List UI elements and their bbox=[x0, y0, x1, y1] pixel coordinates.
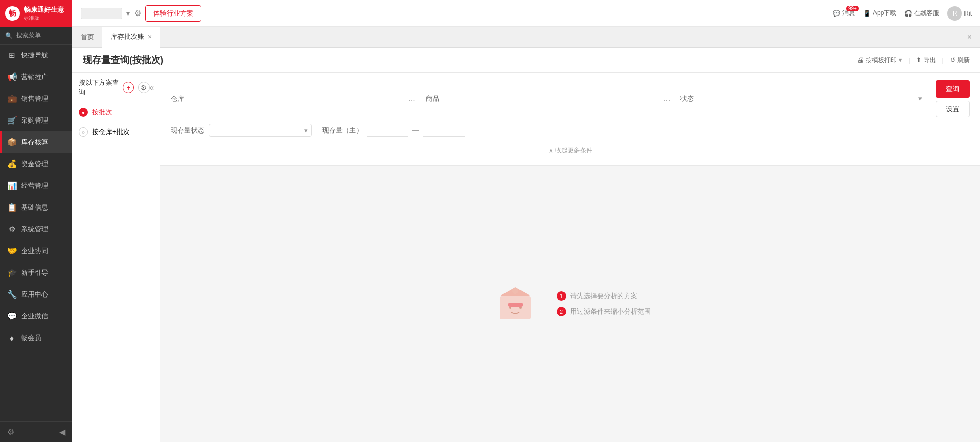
export-icon: ⬆ bbox=[916, 56, 922, 64]
user-name: Rit bbox=[964, 10, 972, 17]
sidebar-item-系统管理[interactable]: ⚙系统管理 bbox=[0, 218, 72, 240]
warehouse-field: 仓库 ... bbox=[171, 93, 415, 105]
nav-item-label: 新手引导 bbox=[21, 268, 48, 277]
sidebar-item-畅会员[interactable]: ♦畅会员 bbox=[0, 327, 72, 349]
hint-text-1: 请先选择要分析的方案 bbox=[570, 291, 637, 301]
settings-icon[interactable]: ⚙ bbox=[7, 427, 14, 437]
nav-item-label: 应用中心 bbox=[21, 290, 48, 299]
nav-icon: 📋 bbox=[7, 203, 17, 212]
status-label: 状态 bbox=[680, 94, 694, 104]
inventory-status-select[interactable] bbox=[209, 124, 312, 137]
sidebar-item-快捷导航[interactable]: ⊞快捷导航 bbox=[0, 45, 72, 66]
tab-home[interactable]: 首页 bbox=[72, 27, 102, 47]
nav-item-label: 采购管理 bbox=[21, 116, 48, 125]
settings-btn[interactable]: 设置 bbox=[936, 101, 970, 117]
nav-icon: 📦 bbox=[7, 138, 17, 147]
headset-icon: 🎧 bbox=[904, 10, 912, 17]
topbar-settings-icon[interactable]: ⚙ bbox=[134, 8, 141, 18]
filter-item-dot-red: ● bbox=[79, 108, 88, 117]
tab-close-icon[interactable]: × bbox=[147, 33, 152, 41]
sidebar-item-库存核算[interactable]: 📦库存核算 bbox=[0, 131, 72, 153]
inventory-qty-to[interactable] bbox=[423, 124, 465, 137]
export-label: 导出 bbox=[924, 56, 936, 65]
message-btn[interactable]: 💬 消息 99+ bbox=[833, 9, 855, 18]
tab-inventory[interactable]: 库存批次账 × bbox=[102, 27, 160, 48]
inventory-status-label: 现存量状态 bbox=[171, 126, 204, 135]
search-filters: 仓库 ... 商品 ... 状态 ▾ bbox=[160, 73, 980, 166]
sidebar: 畅 畅康通好生意 标准版 🔍 搜索菜单 ⊞快捷导航📢营销推广💼销售管理🛒采购管理… bbox=[0, 0, 72, 442]
collapse-sidebar-icon[interactable]: ◀ bbox=[59, 427, 65, 437]
sidebar-search[interactable]: 🔍 搜索菜单 bbox=[0, 27, 72, 45]
nav-icon: ⊞ bbox=[7, 51, 17, 60]
svg-rect-0 bbox=[500, 296, 531, 319]
sidebar-item-采购管理[interactable]: 🛒采购管理 bbox=[0, 110, 72, 131]
inventory-status-select-wrapper bbox=[209, 124, 312, 137]
sidebar-item-企业微信[interactable]: 💬企业微信 bbox=[0, 305, 72, 327]
sidebar-item-资金管理[interactable]: 💰资金管理 bbox=[0, 153, 72, 175]
tab-home-label: 首页 bbox=[81, 33, 94, 42]
dropdown-icon[interactable]: ▾ bbox=[126, 9, 130, 18]
export-btn[interactable]: ⬆ 导出 bbox=[916, 56, 936, 65]
sidebar-item-经营管理[interactable]: 📊经营管理 bbox=[0, 175, 72, 197]
page-title: 现存量查询(按批次) bbox=[83, 54, 164, 66]
status-dropdown-icon[interactable]: ▾ bbox=[918, 95, 922, 102]
hint-text-2: 用过滤条件来缩小分析范围 bbox=[570, 307, 651, 316]
sidebar-item-营销推广[interactable]: 📢营销推广 bbox=[0, 66, 72, 88]
inventory-qty-from[interactable] bbox=[367, 124, 408, 137]
product-input[interactable] bbox=[443, 93, 659, 105]
filter-item-dot-gray: ○ bbox=[79, 127, 88, 137]
filter-gear-btn[interactable]: ⚙ bbox=[138, 82, 150, 93]
sidebar-item-基础信息[interactable]: 📋基础信息 bbox=[0, 197, 72, 218]
filter-item-warehouse-batch[interactable]: ○ 按仓库+批次 bbox=[72, 122, 160, 142]
inventory-qty-label: 现存量（主） bbox=[322, 126, 363, 135]
product-label: 商品 bbox=[426, 94, 439, 104]
sidebar-item-新手引导[interactable]: 🎓新手引导 bbox=[0, 262, 72, 284]
page-actions: 🖨 按模板打印 ▾ | ⬆ 导出 | ↺ 刷新 bbox=[857, 56, 970, 65]
nav-item-label: 营销推广 bbox=[21, 72, 48, 82]
query-btn[interactable]: 查询 bbox=[936, 80, 970, 98]
inventory-qty-field: 现存量（主） — bbox=[322, 124, 465, 137]
app-download-btn[interactable]: 📱 App下载 bbox=[863, 9, 896, 18]
filter-collapse-btn[interactable]: « bbox=[150, 83, 154, 92]
tab-inventory-label: 库存批次账 bbox=[111, 32, 144, 41]
hint-num-2: 2 bbox=[557, 307, 566, 316]
filter-add-btn[interactable]: + bbox=[123, 82, 134, 93]
nav-item-label: 畅会员 bbox=[21, 333, 41, 343]
refresh-icon: ↺ bbox=[950, 56, 955, 64]
nav-icon: 💼 bbox=[7, 94, 17, 104]
nav-icon: 💬 bbox=[7, 312, 17, 321]
online-service-btn[interactable]: 🎧 在线客服 bbox=[904, 9, 939, 18]
tab-bar: 首页 库存批次账 × × bbox=[72, 27, 980, 48]
nav-item-label: 基础信息 bbox=[21, 203, 48, 212]
industry-btn[interactable]: 体验行业方案 bbox=[145, 5, 201, 22]
print-dropdown-icon: ▾ bbox=[899, 56, 902, 64]
sidebar-item-应用中心[interactable]: 🔧应用中心 bbox=[0, 284, 72, 305]
svg-point-4 bbox=[519, 307, 522, 309]
collapse-row[interactable]: ∧ 收起更多条件 bbox=[171, 143, 970, 158]
product-dots-btn[interactable]: ... bbox=[663, 94, 670, 104]
nav-item-label: 快捷导航 bbox=[21, 51, 48, 60]
empty-hint-1: 1 请先选择要分析的方案 bbox=[557, 291, 651, 301]
warehouse-input[interactable] bbox=[188, 93, 404, 105]
nav-item-label: 资金管理 bbox=[21, 159, 48, 169]
nav-item-label: 企业微信 bbox=[21, 312, 48, 321]
app-subtitle: 标准版 bbox=[24, 14, 64, 22]
filter-panel: 按以下方案查询 + ⚙ « ● 按批次 ○ 按仓库+批次 bbox=[72, 73, 160, 442]
nav-item-label: 系统管理 bbox=[21, 225, 48, 234]
user-avatar[interactable]: R Rit bbox=[947, 6, 972, 21]
app-download-label: App下载 bbox=[873, 9, 896, 18]
nav-icon: 📊 bbox=[7, 181, 17, 190]
tab-bar-close-icon[interactable]: × bbox=[959, 27, 980, 47]
nav-item-label: 企业协同 bbox=[21, 246, 48, 256]
refresh-btn[interactable]: ↺ 刷新 bbox=[950, 56, 970, 65]
sidebar-footer: ⚙ ◀ bbox=[0, 421, 72, 442]
warehouse-dots-btn[interactable]: ... bbox=[408, 94, 415, 104]
content-area: 按以下方案查询 + ⚙ « ● 按批次 ○ 按仓库+批次 bbox=[72, 73, 980, 442]
filter-item-batch[interactable]: ● 按批次 bbox=[72, 102, 160, 122]
message-badge: 99+ bbox=[846, 6, 859, 11]
sidebar-item-企业协同[interactable]: 🤝企业协同 bbox=[0, 240, 72, 262]
sidebar-item-销售管理[interactable]: 💼销售管理 bbox=[0, 88, 72, 110]
online-service-label: 在线客服 bbox=[914, 9, 939, 18]
filter-row-2: 现存量状态 现存量（主） — bbox=[171, 124, 970, 137]
print-btn[interactable]: 🖨 按模板打印 ▾ bbox=[857, 56, 902, 65]
